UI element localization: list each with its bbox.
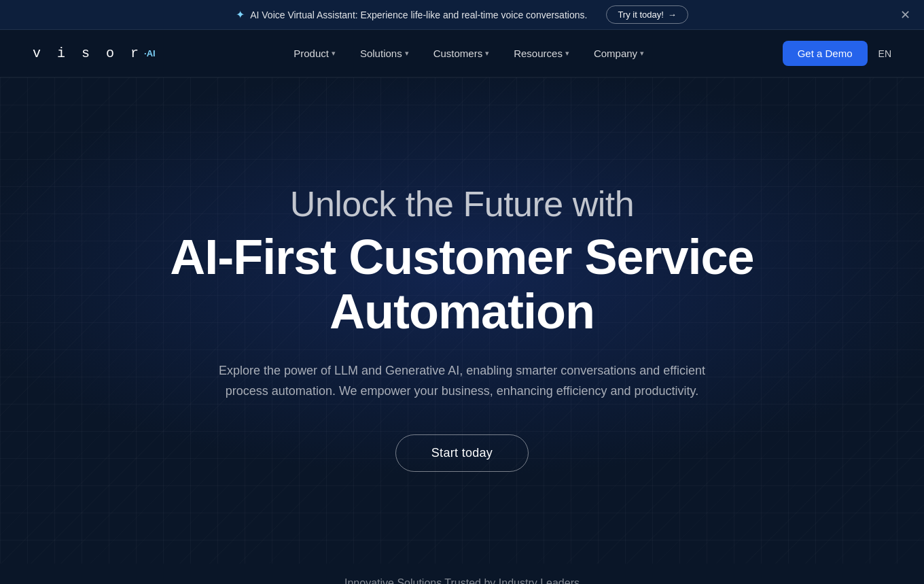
hero-content: Unlock the Future with AI-First Customer… [156, 183, 768, 472]
announcement-content: ✦ AI Voice Virtual Assistant: Experience… [236, 5, 688, 24]
chevron-down-icon-solutions: ▾ [405, 49, 409, 58]
logo-ai-suffix: ·AI [144, 48, 156, 58]
navbar: v i s o r ·AI Product ▾ Solutions ▾ Cust… [0, 30, 924, 78]
arrow-icon: → [668, 10, 677, 20]
nav-item-company[interactable]: Company ▾ [584, 42, 654, 65]
announcement-text: AI Voice Virtual Assistant: Experience l… [250, 10, 587, 20]
chevron-down-icon-resources: ▾ [565, 49, 569, 58]
nav-links: Product ▾ Solutions ▾ Customers ▾ Resour… [284, 42, 654, 65]
hero-description: Explore the power of LLM and Generative … [217, 360, 707, 402]
nav-actions: Get a Demo EN [783, 41, 891, 66]
try-it-button[interactable]: Try it today! → [606, 5, 688, 24]
nav-label-resources: Resources [514, 48, 563, 59]
close-announcement-button[interactable]: ✕ [900, 9, 910, 21]
trusted-label: Innovative Solutions Trusted by Industry… [33, 577, 891, 584]
language-selector[interactable]: EN [878, 48, 891, 59]
announcement-bar: ✦ AI Voice Virtual Assistant: Experience… [0, 0, 924, 30]
nav-label-company: Company [594, 48, 637, 59]
nav-label-customers: Customers [433, 48, 483, 59]
chevron-down-icon-product: ▾ [332, 49, 336, 58]
nav-item-customers[interactable]: Customers ▾ [424, 42, 499, 65]
trusted-section: Innovative Solutions Trusted by Industry… [0, 564, 924, 584]
nav-item-solutions[interactable]: Solutions ▾ [351, 42, 419, 65]
chevron-down-icon-company: ▾ [640, 49, 644, 58]
start-today-button[interactable]: Start today [395, 434, 529, 472]
logo[interactable]: v i s o r ·AI [33, 46, 156, 61]
logo-text: v i s o r [33, 46, 143, 61]
hero-title: AI-First Customer Service Automation [156, 230, 768, 338]
hero-section: Unlock the Future with AI-First Customer… [0, 78, 924, 564]
nav-label-product: Product [294, 48, 329, 59]
hero-subtitle: Unlock the Future with [156, 183, 768, 225]
chevron-down-icon-customers: ▾ [485, 49, 489, 58]
nav-item-product[interactable]: Product ▾ [284, 42, 345, 65]
nav-label-solutions: Solutions [360, 48, 402, 59]
get-demo-button[interactable]: Get a Demo [783, 41, 868, 66]
nav-item-resources[interactable]: Resources ▾ [504, 42, 579, 65]
try-it-label: Try it today! [618, 10, 663, 20]
sparkle-icon: ✦ [236, 8, 245, 21]
